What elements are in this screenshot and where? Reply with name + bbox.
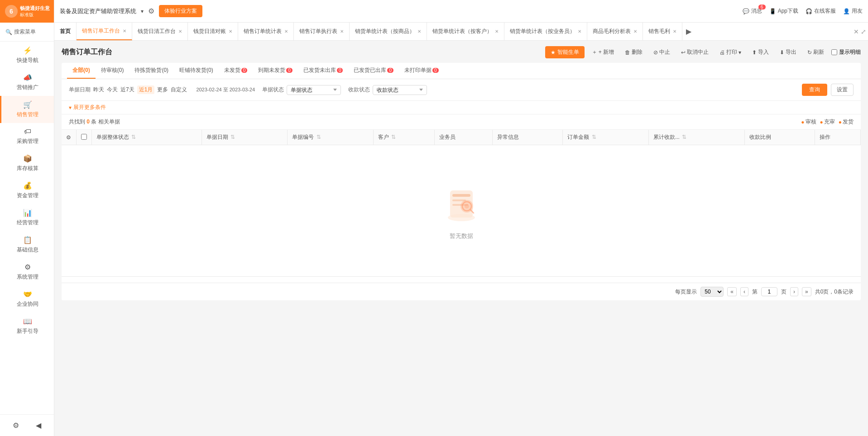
next-page-button[interactable]: › — [790, 287, 798, 296]
tab-close-sales-tab10[interactable]: ✕ — [673, 29, 676, 34]
date-option-1month[interactable]: 近1月 — [137, 85, 155, 94]
date-option-today[interactable]: 今天 — [107, 86, 118, 94]
header-gear-button[interactable]: ⚙ — [148, 7, 154, 15]
app-download-button[interactable]: 📱 App下载 — [769, 7, 798, 15]
download-icon: 📱 — [769, 8, 776, 14]
message-button[interactable]: 💬 消息 6 — [743, 7, 762, 15]
first-page-button[interactable]: « — [727, 287, 737, 296]
filter-tab-all[interactable]: 全部(0) — [67, 63, 96, 79]
sidebar-item-operations[interactable]: 📊 经营管理 — [0, 204, 54, 231]
stop-button[interactable]: ⊘ 中止 — [650, 47, 674, 58]
page-suffix: 页 — [781, 288, 786, 296]
review-action-button[interactable]: ● 审核 — [801, 118, 816, 126]
tab-cash-daily[interactable]: 钱货日清工作台 ✕ — [132, 23, 188, 40]
ship-action-button[interactable]: ● 发货 — [839, 118, 854, 126]
sidebar-item-purchase[interactable]: 🏷 采购管理 — [0, 123, 54, 150]
date-option-yesterday[interactable]: 昨天 — [93, 86, 104, 94]
sidebar-item-marketing[interactable]: 📣 营销推广 — [0, 69, 54, 96]
sidebar-collapse-btn[interactable]: ◀ — [32, 419, 45, 431]
sort-customer-icon[interactable]: ⇅ — [391, 134, 396, 140]
tab-close-cash-daily[interactable]: ✕ — [178, 29, 182, 34]
sort-collected-icon[interactable]: ⇅ — [682, 134, 686, 140]
filter-tab-not-printed[interactable]: 未打印单据0 — [399, 63, 444, 79]
online-service-button[interactable]: 🎧 在线客服 — [806, 7, 836, 15]
date-option-7days[interactable]: 近7天 — [120, 86, 134, 94]
filter-tab-wangpu[interactable]: 旺铺待发货(0) — [174, 63, 219, 79]
date-option-custom[interactable]: 自定义 — [171, 86, 187, 94]
page-content: 销售订单工作台 ★ 智能生单 ＋ + 新增 🗑 删除 ⊘ 中止 — [54, 41, 868, 436]
refresh-button[interactable]: ↻ 刷新 — [804, 47, 828, 58]
sidebar-logo: 6 畅捷通好生意 标准版 — [0, 0, 54, 23]
tab-close-product-margin[interactable]: ✕ — [633, 29, 637, 34]
sidebar-item-enterprise[interactable]: 🤝 企业协同 — [0, 285, 54, 313]
last-page-button[interactable]: » — [802, 287, 811, 296]
sort-status-icon[interactable]: ⇅ — [131, 134, 136, 140]
show-detail-checkbox[interactable]: 显示明细 — [831, 48, 861, 56]
import-button[interactable]: ⬆ 导入 — [748, 47, 772, 58]
tab-cash-reconcile[interactable]: 钱货日清对账 ✕ — [188, 23, 238, 40]
column-settings-icon[interactable]: ⚙ — [66, 134, 71, 141]
tab-close-cash-reconcile[interactable]: ✕ — [229, 29, 232, 34]
search-menu-button[interactable]: 🔍 搜索菜单 — [4, 26, 50, 38]
filter-tab-pending-review[interactable]: 待审核(0) — [96, 63, 129, 79]
tab-close-sales-workbench[interactable]: ✕ — [123, 28, 126, 33]
select-all-checkbox[interactable] — [81, 134, 87, 140]
tab-more-button[interactable]: ▶ — [682, 23, 695, 40]
app-title-dropdown[interactable]: ▾ — [141, 8, 144, 14]
tab-sales-summary-product[interactable]: 销货单统计表（按商品） ✕ — [350, 23, 427, 40]
sidebar-item-quick-nav[interactable]: ⚡ 快捷导航 — [0, 42, 54, 69]
page-input[interactable] — [761, 287, 777, 296]
filter-setting-button[interactable]: 设置 — [831, 84, 854, 96]
sidebar-item-guide[interactable]: 📖 新手引导 — [0, 313, 54, 340]
tab-close-sales-summary-customer[interactable]: ✕ — [495, 29, 499, 34]
filter-tab-shipped-not-warehoused[interactable]: 已发货未出库0 — [298, 63, 349, 79]
filter-tab-pending-inspect[interactable]: 待拣货验货(0) — [129, 63, 174, 79]
sort-amount-icon[interactable]: ⇅ — [592, 134, 596, 140]
payment-select[interactable]: 收款状态 — [373, 85, 427, 95]
tab-sales-stat[interactable]: 销售订单统计表 ✕ — [238, 23, 294, 40]
tab-sales-summary-customer[interactable]: 销货单统计表（按客户） ✕ — [427, 23, 504, 40]
tab-close-sales-exec[interactable]: ✕ — [340, 29, 344, 34]
tab-close-sales-summary-staff[interactable]: ✕ — [578, 29, 581, 34]
horizontal-scrollbar[interactable] — [62, 276, 861, 283]
export-button[interactable]: ⬇ 导出 — [776, 47, 800, 58]
ship-dot: ● — [839, 119, 842, 125]
prev-page-button[interactable]: ‹ — [740, 287, 748, 296]
print-button[interactable]: 🖨 打印 ▾ — [716, 47, 745, 58]
page-title: 销售订单工作台 — [62, 47, 112, 57]
filter-tab-shipped-warehoused[interactable]: 已发货已出库0 — [348, 63, 399, 79]
cancel-stop-button[interactable]: ↩ 取消中止 — [677, 47, 712, 58]
tab-home[interactable]: 首页 — [54, 23, 77, 40]
smart-generate-button[interactable]: ★ 智能生单 — [545, 46, 585, 58]
sidebar-item-finance[interactable]: 💰 资金管理 — [0, 177, 54, 204]
expand-conditions-button[interactable]: ▾ 展开更多条件 — [69, 104, 106, 111]
tab-sales-tab10[interactable]: 销售毛利 ✕ — [643, 23, 682, 40]
sidebar-item-basic-info[interactable]: 📋 基础信息 — [0, 231, 54, 258]
per-page-select[interactable]: 20 50 100 — [700, 287, 724, 297]
void-action-button[interactable]: ● 充审 — [820, 118, 835, 126]
tab-close-sales-summary-product[interactable]: ✕ — [417, 29, 421, 34]
experience-button[interactable]: 体验行业方案 — [159, 5, 202, 17]
status-select[interactable]: 单据状态 — [287, 85, 341, 95]
add-button[interactable]: ＋ + 新增 — [588, 47, 618, 58]
tab-fullscreen-button[interactable]: ⤢ — [861, 28, 866, 35]
tab-close-sales-stat[interactable]: ✕ — [284, 29, 288, 34]
sidebar-item-inventory[interactable]: 📦 库存核算 — [0, 150, 54, 177]
filter-tab-overdue-not-shipped[interactable]: 到期未发货0 — [253, 63, 298, 79]
tab-product-margin[interactable]: 商品毛利分析表 ✕ — [587, 23, 643, 40]
sort-date-icon[interactable]: ⇅ — [230, 134, 235, 140]
sidebar-item-sales[interactable]: 🛒 销售管理 — [0, 96, 54, 123]
tab-sales-workbench[interactable]: 销售订单工作台 ✕ — [77, 23, 132, 40]
sidebar-settings-btn[interactable]: ⚙ — [9, 419, 23, 431]
sort-number-icon[interactable]: ⇅ — [317, 134, 321, 140]
tab-sales-exec[interactable]: 销售订单执行表 ✕ — [294, 23, 350, 40]
user-avatar[interactable]: 👤 用友 — [843, 7, 863, 15]
tab-sales-summary-staff[interactable]: 销货单统计表（按业务员） ✕ — [504, 23, 587, 40]
query-button[interactable]: 查询 — [802, 84, 827, 96]
show-detail-input[interactable] — [831, 49, 837, 55]
delete-button[interactable]: 🗑 删除 — [621, 47, 646, 58]
date-option-more[interactable]: 更多 — [157, 86, 168, 94]
filter-tab-not-shipped[interactable]: 未发货0 — [219, 63, 253, 79]
sidebar-item-system[interactable]: ⚙ 系统管理 — [0, 258, 54, 285]
tab-unpin-button[interactable]: ✕ — [854, 28, 859, 35]
